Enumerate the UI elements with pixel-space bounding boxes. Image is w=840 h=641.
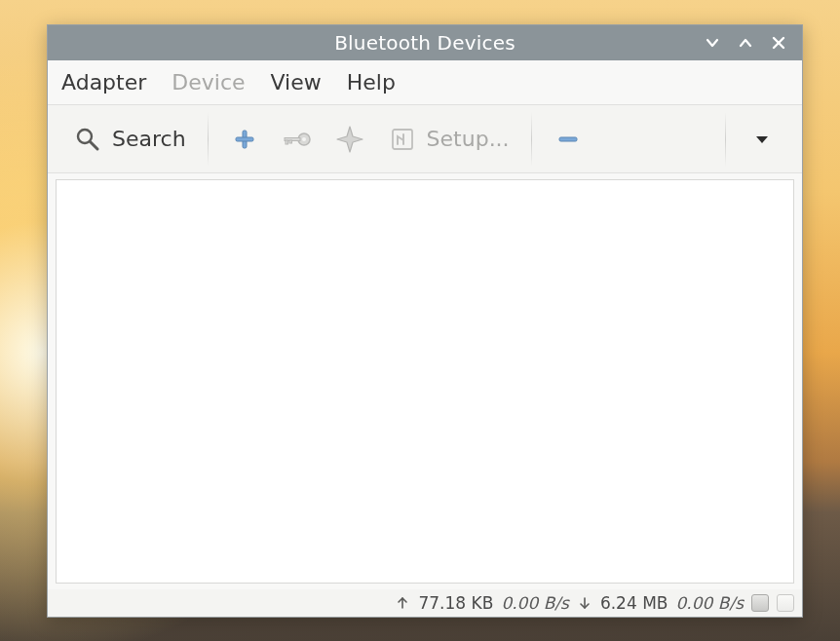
remove-button[interactable]: [542, 119, 594, 160]
toolbar-separator: [531, 112, 532, 167]
add-button[interactable]: [218, 119, 271, 160]
svg-rect-10: [289, 140, 292, 143]
setup-button[interactable]: Setup...: [376, 119, 521, 160]
setup-label: Setup...: [427, 127, 510, 151]
search-label: Search: [112, 127, 186, 151]
menu-adapter[interactable]: Adapter: [61, 70, 146, 94]
svg-point-7: [302, 137, 306, 141]
device-list[interactable]: [56, 179, 794, 584]
upload-rate: 0.00 B/s: [501, 593, 569, 613]
download-total: 6.24 MB: [600, 593, 668, 613]
maximize-button[interactable]: [736, 33, 755, 53]
search-icon: [73, 125, 102, 154]
chevron-down-icon: [706, 36, 719, 50]
status-indicator-2[interactable]: [777, 594, 794, 612]
chevron-up-icon: [739, 36, 752, 50]
minimize-button[interactable]: [703, 33, 722, 53]
upload-total: 77.18 KB: [418, 593, 493, 613]
trust-button[interactable]: [324, 119, 376, 160]
dropdown-icon: [747, 125, 777, 154]
svg-rect-9: [286, 140, 288, 144]
plus-icon: [230, 125, 259, 154]
close-icon: [772, 36, 785, 50]
star-icon: [335, 125, 364, 154]
statusbar: 77.18 KB 0.00 B/s 6.24 MB 0.00 B/s: [48, 589, 802, 617]
svg-marker-11: [337, 127, 363, 152]
download-rate: 0.00 B/s: [675, 593, 744, 613]
window-title: Bluetooth Devices: [48, 31, 802, 55]
download-icon: [577, 595, 592, 611]
svg-rect-13: [559, 137, 577, 141]
bluetooth-devices-window: Bluetooth Devices Adapter Device: [47, 24, 803, 618]
pair-button[interactable]: [271, 119, 324, 160]
svg-rect-5: [236, 137, 253, 141]
toolbar: Search: [48, 105, 802, 173]
status-indicator-1[interactable]: [751, 594, 769, 612]
svg-marker-14: [756, 136, 768, 143]
svg-line-3: [91, 141, 98, 149]
toolbar-separator: [208, 112, 209, 167]
minus-icon: [554, 125, 583, 154]
search-button[interactable]: Search: [61, 119, 198, 160]
toolbar-separator: [725, 112, 726, 167]
menu-help[interactable]: Help: [347, 70, 396, 94]
key-icon: [283, 125, 312, 154]
toolbar-overflow-button[interactable]: [736, 119, 788, 160]
close-button[interactable]: [769, 33, 788, 53]
menu-view[interactable]: View: [271, 70, 322, 94]
setup-icon: [388, 125, 417, 154]
window-controls: [703, 25, 796, 60]
menu-device[interactable]: Device: [172, 70, 245, 94]
menubar: Adapter Device View Help: [48, 60, 802, 105]
titlebar: Bluetooth Devices: [48, 25, 802, 60]
upload-icon: [395, 595, 410, 611]
